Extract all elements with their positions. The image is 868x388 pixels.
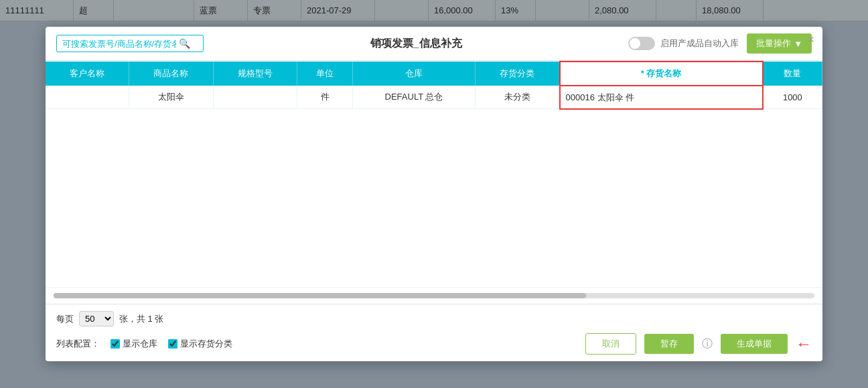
batch-label: 批量操作 [756,37,791,50]
cell-quantity: 1000 [763,86,822,109]
generate-button[interactable]: 生成单据 [721,334,788,354]
col-spec: 规格型号 [213,62,297,86]
modal-header: 🔍 销项发票_信息补充 启用产成品自动入库 批量操作 ▼ × [46,27,822,61]
col-inventory-name: * 存货名称 [560,62,763,86]
show-warehouse-checkbox[interactable]: 显示仓库 [111,338,157,350]
horizontal-scrollbar[interactable] [46,287,822,304]
cell-spec [213,86,297,109]
per-page-unit: 张，共 1 张 [119,313,163,325]
modal-footer: 每页 50 100 200 张，共 1 张 列表配置： 显示仓库 [46,304,822,361]
config-label: 列表配置： [56,338,100,350]
table-body: 太阳伞 件 DEFAULT 总仓 未分类 1000 [46,86,822,109]
search-box[interactable]: 🔍 [56,35,204,52]
col-category: 存货分类 [475,62,559,86]
show-category-checkbox[interactable]: 显示存货分类 [168,338,232,350]
search-input[interactable] [62,39,176,49]
show-category-check[interactable] [168,339,177,349]
modal-body: 客户名称 商品名称 规格型号 单位 仓库 存货分类 * 存货名称 数量 太阳伞 [46,61,822,287]
scrollbar-track [54,293,814,298]
per-page-select[interactable]: 50 100 200 [79,311,114,326]
cell-customer [46,86,129,109]
help-icon[interactable]: ⓘ [702,337,713,351]
show-warehouse-check[interactable] [111,339,120,349]
modal-dialog: 🔍 销项发票_信息补充 启用产成品自动入库 批量操作 ▼ × 客户名称 商品名称 [46,27,822,361]
table-row: 太阳伞 件 DEFAULT 总仓 未分类 1000 [46,86,822,109]
cell-unit: 件 [297,86,353,109]
modal-overlay: 🔍 销项发票_信息补充 启用产成品自动入库 批量操作 ▼ × 客户名称 商品名称 [0,0,868,388]
data-table: 客户名称 商品名称 规格型号 单位 仓库 存货分类 * 存货名称 数量 太阳伞 [46,61,822,110]
cancel-button[interactable]: 取消 [585,333,636,355]
cell-product: 太阳伞 [129,86,214,109]
col-quantity: 数量 [763,62,822,86]
close-button[interactable]: × [807,33,814,45]
batch-operation-button[interactable]: 批量操作 ▼ [747,33,812,54]
per-page-label: 每页 [56,313,74,325]
arrow-icon: ← [796,334,812,353]
cell-inventory-name[interactable] [560,86,763,109]
footer-actions-row: 列表配置： 显示仓库 显示存货分类 取消 暂存 ⓘ 生成单据 ← [56,333,812,355]
chevron-down-icon: ▼ [794,39,802,49]
cell-category: 未分类 [475,86,559,109]
auto-warehouse-toggle[interactable] [628,37,655,50]
show-warehouse-label: 显示仓库 [123,338,157,350]
col-unit: 单位 [297,62,353,86]
col-product: 商品名称 [129,62,214,86]
col-customer: 客户名称 [46,62,129,86]
footer-buttons: 取消 暂存 ⓘ 生成单据 ← [585,333,812,355]
inventory-name-input[interactable] [566,92,757,102]
show-category-label: 显示存货分类 [180,338,232,350]
col-warehouse: 仓库 [353,62,475,86]
pagination-row: 每页 50 100 200 张，共 1 张 [56,311,812,326]
modal-title: 销项发票_信息补充 [204,37,628,51]
save-button[interactable]: 暂存 [644,334,694,354]
toggle-area: 启用产成品自动入库 [628,37,739,50]
cell-warehouse: DEFAULT 总仓 [353,86,475,109]
config-side: 列表配置： 显示仓库 显示存货分类 [56,338,232,350]
toggle-label: 启用产成品自动入库 [660,37,739,50]
table-header: 客户名称 商品名称 规格型号 单位 仓库 存货分类 * 存货名称 数量 [46,62,822,86]
scrollbar-thumb[interactable] [54,293,586,298]
search-icon: 🔍 [179,38,190,49]
